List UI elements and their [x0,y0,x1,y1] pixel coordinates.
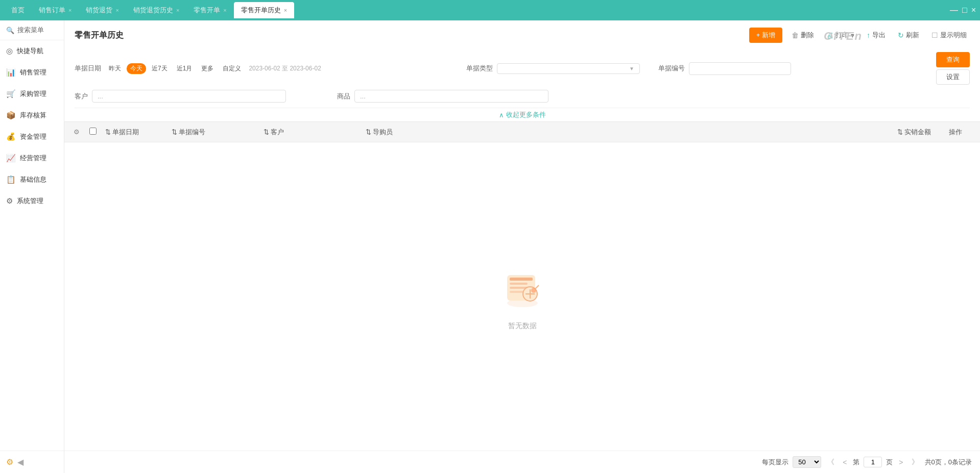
page-header: 零售开单历史 + 新增 🗑 删除 🖨 打印 ▾ ↑ 导出 [64,20,980,122]
no-input[interactable] [689,62,791,75]
total-text: 共0页，0条记录 [925,458,972,467]
empty-illustration [497,262,548,313]
show-detail-btn[interactable]: ☐ 显示明细 [928,29,970,42]
tab-close-sales-return-history[interactable]: × [176,7,179,13]
table-header: ⚙ ⇅ 单据日期 ⇅ 单据编号 ⇅ 客户 ⇅ 导购员 [64,122,980,142]
window-max-btn[interactable]: □ [962,6,967,15]
page-prev-btn[interactable]: < [841,457,849,467]
sidebar-item-sales-mgmt[interactable]: 📊 销售管理 [0,62,64,83]
print-arrow-icon: ▾ [851,32,854,39]
type-select-arrow-icon: ▼ [629,66,634,71]
page-number-input[interactable] [864,457,882,467]
col-header-amount[interactable]: ⇅ 实销金额 [423,128,935,137]
inventory-icon: 📦 [6,111,16,120]
date-btn-last-month[interactable]: 近1月 [173,63,196,74]
tab-close-sales-return[interactable]: × [115,7,118,13]
date-btn-last7[interactable]: 近7天 [148,63,171,74]
sidebar-item-finance[interactable]: 💰 资金管理 [0,126,64,147]
sidebar-item-operations[interactable]: 📈 经营管理 [0,147,64,169]
filter-customer: 客户 ... [75,90,286,103]
customer-label: 客户 [75,92,88,101]
date-btn-today[interactable]: 今天 [127,63,146,74]
col-header-ops: 操作 [935,128,976,137]
filter-type: 单据类型 ▼ [466,63,640,74]
goods-label: 商品 [337,92,350,101]
sort-icon-amount: ⇅ [897,128,903,136]
col-header-buyer[interactable]: ⇅ 导购员 [362,128,423,137]
page-next-btn[interactable]: > [897,457,905,467]
window-close-btn[interactable]: × [971,6,976,15]
quick-nav-icon: ◎ [6,46,13,56]
page-next-next-btn[interactable]: 》 [910,457,921,468]
export-icon: ↑ [867,31,870,39]
collapse-btn[interactable]: ∧ 收起更多条件 [75,108,970,121]
content-area: 零售开单历史 + 新增 🗑 删除 🖨 打印 ▾ ↑ 导出 [64,20,980,473]
date-buttons: 昨天 今天 近7天 近1月 更多 自定义 [105,63,245,74]
col-header-no[interactable]: ⇅ 单据编号 [168,128,259,137]
date-range-display: 2023-06-02 至 2023-06-02 [249,64,321,73]
type-select[interactable]: ▼ [497,63,640,74]
main-layout: 🔍 搜索菜单 ◎ 快捷导航 📊 销售管理 🛒 采购管理 📦 库存核算 💰 资金管… [0,20,980,473]
date-label: 单据日期 [75,64,101,73]
query-button[interactable]: 查询 [936,52,970,67]
checkbox-icon: ☐ [931,31,938,39]
col-header-customer[interactable]: ⇅ 客户 [259,128,362,137]
table-select-all[interactable] [85,128,101,136]
refresh-button[interactable]: ↻ 刷新 [895,29,922,42]
window-min-btn[interactable]: — [950,6,958,15]
sidebar-item-quick-nav[interactable]: ◎ 快捷导航 [0,40,64,62]
sidebar-item-purchase-mgmt[interactable]: 🛒 采购管理 [0,83,64,105]
empty-state: 暂无数据 [64,142,980,451]
page-title: 零售开单历史 [75,30,124,41]
sort-icon-date: ⇅ [105,128,111,136]
filter-goods: 商品 ... [337,90,548,103]
sys-mgmt-icon: ⚙ [6,196,13,206]
sidebar-item-basic-info[interactable]: 📋 基础信息 [0,169,64,190]
page-size-select[interactable]: 20 50 100 200 [793,456,821,468]
tab-close-retail-open-history[interactable]: × [284,7,287,13]
page-header-top: 零售开单历史 + 新增 🗑 删除 🖨 打印 ▾ ↑ 导出 [75,28,970,43]
svg-line-10 [535,285,539,289]
tab-sales-return-history[interactable]: 销货退货历史 × [126,2,186,18]
delete-button[interactable]: 🗑 删除 [788,29,817,42]
svg-rect-3 [510,283,528,285]
delete-icon: 🗑 [792,31,799,39]
sidebar-settings-btn[interactable]: ⚙ [6,457,13,467]
print-button[interactable]: 🖨 打印 ▾ [823,29,857,42]
sidebar-item-inventory[interactable]: 📦 库存核算 [0,105,64,126]
tab-home[interactable]: 首页 [4,2,32,18]
sidebar-collapse-btn[interactable]: ◀ [17,457,23,467]
refresh-icon: ↻ [898,31,904,39]
table-settings-icon[interactable]: ⚙ [68,128,85,136]
settings-button[interactable]: 设置 [936,69,970,85]
empty-text: 暂无数据 [508,321,537,331]
sidebar-search[interactable]: 🔍 搜索菜单 [0,20,64,40]
tab-retail-open[interactable]: 零售开单 × [186,2,233,18]
col-header-date[interactable]: ⇅ 单据日期 [101,128,168,137]
select-all-checkbox[interactable] [89,128,97,135]
page-label-after: 页 [886,458,893,467]
finance-icon: 💰 [6,132,16,141]
tab-sales-return[interactable]: 销货退货 × [79,2,126,18]
sidebar-item-sys-mgmt[interactable]: ⚙ 系统管理 [0,190,64,212]
no-label: 单据编号 [658,64,685,73]
table-container: ⚙ ⇅ 单据日期 ⇅ 单据编号 ⇅ 客户 ⇅ 导购员 [64,122,980,473]
date-btn-custom[interactable]: 自定义 [219,63,245,74]
customer-input[interactable]: ... [92,90,286,103]
page-label-before: 第 [853,458,859,467]
tab-sales-order[interactable]: 销售订单 × [32,2,79,18]
sales-mgmt-icon: 📊 [6,68,16,77]
date-btn-more[interactable]: 更多 [198,63,217,74]
collapse-text: 收起更多条件 [506,110,546,119]
sort-icon-customer: ⇅ [264,128,269,136]
page-prev-prev-btn[interactable]: 《 [825,457,836,468]
toolbar: + 新增 🗑 删除 🖨 打印 ▾ ↑ 导出 ↻ [749,28,970,43]
tab-close-retail-open[interactable]: × [223,7,226,13]
add-button[interactable]: + 新增 [749,28,782,43]
tab-close-sales-order[interactable]: × [68,7,71,13]
tab-retail-open-history[interactable]: 零售开单历史 × [234,2,294,18]
date-btn-yesterday[interactable]: 昨天 [105,63,125,74]
export-button[interactable]: ↑ 导出 [864,29,889,42]
goods-input[interactable]: ... [354,90,548,103]
svg-rect-2 [510,278,533,281]
